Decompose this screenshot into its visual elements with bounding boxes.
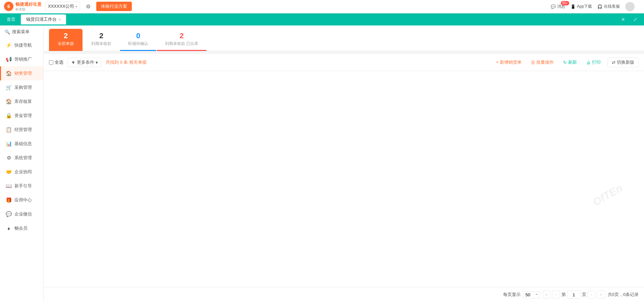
first-page-button[interactable]: «: [543, 291, 551, 299]
sidebar-guide-label: 新手引导: [14, 183, 32, 189]
prev-page-button[interactable]: ‹: [552, 291, 560, 299]
found-unit: 条: [123, 60, 128, 65]
sidebar-operations-label: 经营管理: [14, 127, 32, 133]
select-all-input[interactable]: [49, 60, 53, 65]
member-icon: ♦: [6, 226, 12, 231]
app-center-icon: 🎁: [6, 197, 12, 203]
online-service-button[interactable]: 🎧 在线客服: [597, 4, 620, 9]
sidebar-item-purchase[interactable]: 🛒 采购管理: [0, 80, 43, 95]
sidebar-item-sales[interactable]: 🏠 销售管理: [0, 66, 43, 80]
stats-tab-pending-count: 0: [136, 32, 140, 40]
tab-active[interactable]: 钱货日清工作台 ×: [21, 14, 66, 24]
search-icon: 🔍: [5, 29, 10, 35]
logo-main: 畅捷通好生意: [15, 2, 42, 7]
logo-area: 6 畅捷通好生意 标准版: [4, 2, 42, 12]
sidebar-item-inventory[interactable]: 🏠 库存核算: [0, 95, 43, 109]
page-label: 第: [561, 292, 566, 298]
page-nav: « ‹ 第 页 › »: [543, 291, 605, 299]
sidebar-item-app-center[interactable]: 🎁 应用中心: [0, 193, 43, 207]
next-page-button[interactable]: ›: [588, 291, 596, 299]
header-right: 💬 消息 99+ 📱 App下载 🎧 在线客服: [551, 2, 640, 11]
avatar[interactable]: [625, 2, 635, 11]
experience-button[interactable]: 体验行业方案: [96, 2, 132, 11]
refresh-icon: ↻: [563, 60, 567, 65]
sidebar-marketing-label: 营销推广: [14, 56, 32, 62]
top-header: 6 畅捷通好生意 标准版 XXXXXX公司 ▾ ⚙ 体验行业方案 💬 消息 99…: [0, 0, 644, 13]
batch-icon: ☰: [531, 60, 535, 65]
batch-operation-button[interactable]: ☰ 批量操作: [528, 58, 556, 67]
select-all-label: 全选: [55, 59, 63, 65]
basic-info-icon: 📊: [6, 141, 12, 147]
online-service-label: 在线客服: [604, 4, 620, 9]
close-icon[interactable]: ×: [59, 17, 61, 21]
sidebar-item-operations[interactable]: 📋 经营管理: [0, 123, 43, 137]
select-all-checkbox[interactable]: 全选: [49, 59, 63, 65]
stats-tab-all-count: 2: [64, 32, 68, 40]
stats-tab-overdue[interactable]: 2 到期未收款: [83, 29, 119, 51]
sidebar-search-label: 搜索菜单: [12, 29, 30, 35]
app-download-button[interactable]: 📱 App下载: [571, 4, 592, 9]
nav-tabs: 首页 钱货日清工作台 × ✕ ⤢: [0, 13, 644, 25]
tab-maximize-button[interactable]: ⤢: [631, 15, 640, 24]
sidebar-search[interactable]: 🔍 搜索菜单: [0, 25, 43, 38]
message-badge: 99+: [561, 1, 569, 5]
filter-label: 更多条件: [77, 59, 94, 65]
sidebar-item-quick-nav[interactable]: ⚡ 快捷导航: [0, 38, 43, 52]
main-layout: 🔍 搜索菜单 ⚡ 快捷导航 📢 营销推广 🏠 销售管理 🛒 采购管理 🏠 库存核…: [0, 25, 644, 302]
sidebar-item-wechat[interactable]: 💬 企业微信: [0, 207, 43, 221]
stats-tab-shipped-label: 到期未收款 已出库: [165, 41, 198, 47]
sales-icon: 🏠: [6, 70, 12, 76]
message-button[interactable]: 💬 消息 99+: [551, 4, 565, 9]
settings-button[interactable]: ⚙: [84, 2, 93, 11]
print-icon: 🖨: [586, 60, 591, 65]
page-input[interactable]: [567, 291, 581, 299]
company-selector[interactable]: XXXXXX公司 ▾: [45, 2, 80, 11]
gear-icon: ⚙: [86, 3, 91, 10]
tab-home[interactable]: 首页: [1, 14, 21, 24]
switch-version-button[interactable]: ⇄ 切换新版: [607, 57, 639, 67]
sidebar-item-system[interactable]: ⚙ 系统管理: [0, 151, 43, 165]
header-left: 6 畅捷通好生意 标准版 XXXXXX公司 ▾ ⚙ 体验行业方案: [4, 2, 132, 12]
sidebar-item-member[interactable]: ♦ 畅会员: [0, 221, 43, 235]
page-suffix: 页: [582, 292, 586, 298]
stats-tab-all[interactable]: 2 全部单据: [49, 29, 83, 51]
sidebar-basic-info-label: 基础信息: [14, 141, 32, 147]
sidebar-cooperation-label: 企业协同: [14, 169, 32, 175]
print-label: 打印: [592, 59, 601, 65]
found-count: 0: [120, 60, 122, 65]
sidebar-item-marketing[interactable]: 📢 营销推广: [0, 52, 43, 66]
sidebar-item-finance[interactable]: 🔒 资金管理: [0, 109, 43, 123]
refresh-button[interactable]: ↻ 刷新: [560, 58, 580, 67]
add-order-label: + 新增销货单: [496, 59, 522, 65]
refresh-label: 刷新: [568, 59, 577, 65]
sidebar-purchase-label: 采购管理: [14, 84, 32, 90]
print-button[interactable]: 🖨 打印: [584, 58, 603, 67]
purchase-icon: 🛒: [6, 84, 12, 90]
stats-tabs: 2 全部单据 2 到期未收款 0 旺铺待确认 2 到期未收款 已出库: [44, 25, 644, 51]
last-page-button[interactable]: »: [597, 291, 605, 299]
tab-minimize-button[interactable]: ✕: [619, 15, 628, 24]
page-size-select[interactable]: 50 100 200: [523, 291, 540, 298]
switch-label: 切换新版: [617, 59, 634, 65]
sidebar-item-cooperation[interactable]: 🤝 企业协同: [0, 165, 43, 179]
logo-icon: 6: [4, 2, 13, 11]
stats-tab-shipped[interactable]: 2 到期未收款 已出库: [157, 29, 206, 51]
filter-button[interactable]: ▼ 更多条件 ▾: [67, 58, 102, 67]
minimize-icon: ✕: [621, 17, 625, 22]
sidebar-inventory-label: 库存核算: [14, 99, 32, 105]
stats-tab-pending-label: 旺铺待确认: [128, 41, 148, 47]
stats-tab-pending[interactable]: 0 旺铺待确认: [120, 29, 156, 51]
guide-icon: 📖: [6, 183, 12, 189]
sidebar-quick-nav-label: 快捷导航: [14, 42, 32, 48]
add-order-button[interactable]: + 新增销货单: [493, 58, 524, 67]
nav-tabs-right: ✕ ⤢: [619, 15, 643, 24]
sidebar-item-guide[interactable]: 📖 新手引导: [0, 179, 43, 193]
sidebar-item-basic-info[interactable]: 📊 基础信息: [0, 137, 43, 151]
download-icon: 📱: [571, 4, 576, 9]
found-suffix: 相关单据: [129, 60, 147, 65]
stats-tab-overdue-label: 到期未收款: [91, 41, 111, 47]
quick-nav-icon: ⚡: [6, 42, 12, 48]
logo-sub: 标准版: [15, 7, 42, 11]
marketing-icon: 📢: [6, 56, 12, 62]
system-icon: ⚙: [6, 155, 12, 161]
